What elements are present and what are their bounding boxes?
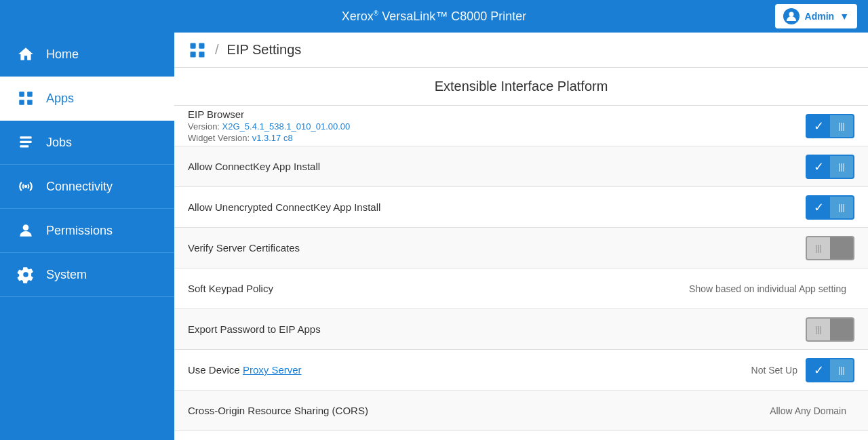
export-password-label: Export Password to EIP Apps bbox=[188, 323, 806, 335]
breadcrumb-apps-icon bbox=[188, 41, 207, 60]
home-icon bbox=[16, 45, 35, 64]
chevron-down-icon: ▼ bbox=[840, 11, 849, 22]
app-title: Xerox® VersaLink™ C8000 Printer bbox=[342, 9, 527, 24]
settings-list: EIP Browser Version: X2G_5.4.1_538.1_010… bbox=[174, 106, 868, 440]
svg-rect-10 bbox=[191, 43, 196, 48]
eip-browser-label: EIP Browser Version: X2G_5.4.1_538.1_010… bbox=[188, 108, 806, 143]
svg-point-8 bbox=[24, 185, 27, 188]
allow-unencrypted-toggle[interactable]: ✓ ||| bbox=[806, 195, 854, 220]
permissions-icon bbox=[16, 221, 35, 240]
svg-rect-3 bbox=[19, 100, 24, 105]
connectivity-icon bbox=[16, 177, 35, 196]
admin-avatar-icon bbox=[783, 8, 800, 24]
sidebar-label-home: Home bbox=[46, 47, 79, 62]
sidebar-item-connectivity[interactable]: Connectivity bbox=[0, 165, 174, 209]
setting-row-verify-server: Verify Server Certificates ||| bbox=[174, 228, 868, 268]
eip-browser-toggle[interactable]: ✓ ||| bbox=[806, 114, 854, 138]
svg-rect-2 bbox=[27, 92, 33, 97]
svg-rect-12 bbox=[191, 52, 196, 57]
verify-server-label: Verify Server Certificates bbox=[188, 242, 806, 254]
jobs-icon bbox=[16, 133, 35, 152]
admin-label: Admin bbox=[805, 11, 835, 22]
setting-row-eip-web-services: EIP Web Services bbox=[174, 431, 868, 440]
svg-rect-7 bbox=[20, 145, 28, 147]
allow-connectkey-toggle[interactable]: ✓ ||| bbox=[806, 155, 854, 179]
svg-point-0 bbox=[789, 12, 793, 17]
sidebar-item-system[interactable]: System bbox=[0, 253, 174, 297]
soft-keypad-label: Soft Keypad Policy bbox=[188, 283, 689, 294]
setting-row-proxy-server: Use Device Proxy Server Not Set Up ✓ ||| bbox=[174, 350, 868, 391]
sidebar-label-system: System bbox=[46, 268, 87, 282]
setting-row-export-password: Export Password to EIP Apps ||| bbox=[174, 309, 868, 350]
main-content: / EIP Settings Extensible Interface Plat… bbox=[174, 33, 868, 440]
svg-rect-1 bbox=[19, 92, 24, 97]
cors-info: Allow Any Domain bbox=[770, 405, 846, 416]
app-header: Xerox® VersaLink™ C8000 Printer Admin ▼ bbox=[0, 0, 868, 33]
sidebar-item-permissions[interactable]: Permissions bbox=[0, 209, 174, 253]
proxy-server-label: Use Device Proxy Server bbox=[188, 364, 751, 376]
setting-row-eip-browser: EIP Browser Version: X2G_5.4.1_538.1_010… bbox=[174, 106, 868, 146]
breadcrumb-title: EIP Settings bbox=[227, 42, 302, 58]
svg-rect-5 bbox=[20, 136, 31, 138]
page-section-title: Extensible Interface Platform bbox=[174, 68, 868, 106]
admin-button[interactable]: Admin ▼ bbox=[775, 4, 857, 28]
cors-label: Cross-Origin Resource Sharing (CORS) bbox=[188, 405, 770, 416]
sidebar-label-permissions: Permissions bbox=[46, 224, 113, 238]
svg-rect-6 bbox=[20, 141, 31, 143]
proxy-server-link[interactable]: Proxy Server bbox=[243, 364, 302, 376]
sidebar-item-jobs[interactable]: Jobs bbox=[0, 121, 174, 165]
verify-server-toggle[interactable]: ||| bbox=[806, 236, 854, 260]
setting-row-allow-connectkey: Allow ConnectKey App Install ✓ ||| bbox=[174, 146, 868, 187]
sidebar-label-jobs: Jobs bbox=[46, 136, 72, 150]
setting-row-cors: Cross-Origin Resource Sharing (CORS) All… bbox=[174, 391, 868, 431]
soft-keypad-info: Show based on individual App setting bbox=[689, 283, 846, 294]
svg-rect-4 bbox=[27, 100, 33, 105]
sidebar-item-apps[interactable]: Apps bbox=[0, 77, 174, 121]
breadcrumb: / EIP Settings bbox=[174, 33, 868, 68]
page-content: Extensible Interface Platform EIP Browse… bbox=[174, 68, 868, 440]
allow-unencrypted-label: Allow Unencrypted ConnectKey App Install bbox=[188, 201, 806, 213]
svg-rect-11 bbox=[199, 43, 204, 48]
system-icon bbox=[16, 265, 35, 284]
sidebar-item-home[interactable]: Home bbox=[0, 33, 174, 77]
proxy-server-toggle[interactable]: ✓ ||| bbox=[806, 358, 854, 382]
export-password-toggle[interactable]: ||| bbox=[806, 317, 854, 342]
svg-point-9 bbox=[23, 224, 29, 231]
sidebar-label-connectivity: Connectivity bbox=[46, 180, 113, 194]
svg-rect-13 bbox=[199, 52, 204, 57]
proxy-server-info: Not Set Up bbox=[751, 365, 797, 376]
setting-row-soft-keypad: Soft Keypad Policy Show based on individ… bbox=[174, 268, 868, 309]
breadcrumb-separator: / bbox=[215, 42, 219, 58]
allow-connectkey-label: Allow ConnectKey App Install bbox=[188, 161, 806, 172]
body-layout: Home Apps Jobs bbox=[0, 33, 868, 440]
setting-row-allow-unencrypted: Allow Unencrypted ConnectKey App Install… bbox=[174, 187, 868, 228]
sidebar: Home Apps Jobs bbox=[0, 33, 174, 440]
apps-icon bbox=[16, 89, 35, 108]
sidebar-label-apps: Apps bbox=[46, 92, 74, 106]
